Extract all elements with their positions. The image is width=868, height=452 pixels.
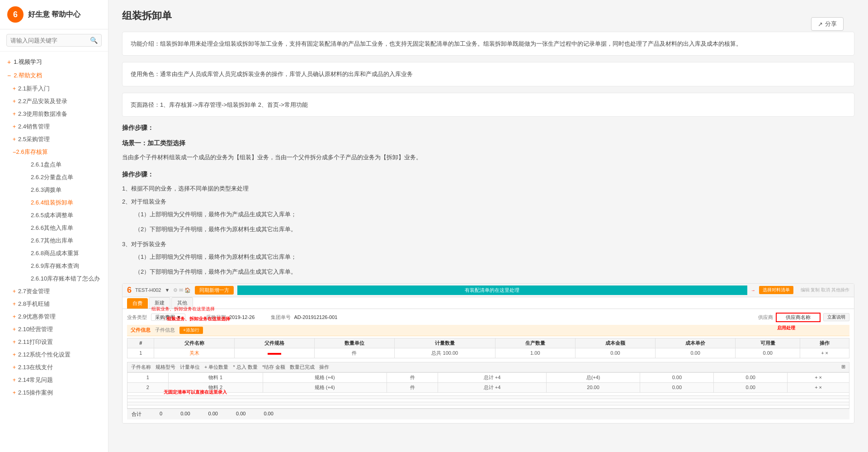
sidebar-item-mobile[interactable]: + 2.8手机旺辅 — [13, 298, 108, 310]
sidebar-item-video[interactable]: + 1.视频学习 — [0, 55, 108, 69]
sim-process-btn[interactable]: 选择对料清单 — [759, 286, 793, 294]
sidebar-item-cases[interactable]: + 2.15操作案例 — [13, 386, 108, 399]
td-empty4 — [127, 399, 849, 402]
sidebar-item-ops[interactable]: + 2.10经营管理 — [13, 323, 108, 336]
td-sub-name: 物料 1 — [168, 372, 263, 382]
sim-form-supplier: 供应商 供应商名称 立案说明 — [758, 313, 849, 322]
td-unit: 件 — [314, 348, 394, 358]
sidebar-item-finance[interactable]: + 2.7资金管理 — [13, 285, 108, 298]
th-cost-price: 成本单价 — [656, 338, 736, 348]
plus-icon: + — [13, 124, 16, 130]
note-label: 无固定清单可以直接在这里录入 — [164, 389, 227, 395]
td-empty3 — [127, 395, 849, 399]
sidebar-item-payment[interactable]: + 2.13在线支付 — [13, 361, 108, 374]
sidebar-section-label: 1.视频学习 — [14, 58, 101, 66]
sidebar-item-coupon[interactable]: + 2.9优惠券管理 — [13, 310, 108, 323]
sim-footer-label: 合计 — [132, 411, 142, 418]
sim-orange-btn[interactable]: 同期新增一方 — [195, 286, 234, 295]
plus-icon: + — [13, 288, 16, 295]
th-prod-qty: 生产数量 — [495, 338, 575, 348]
td-sub-spec: 规格 (+4) — [263, 372, 387, 382]
sim-expand-icon[interactable]: ⊞ — [841, 364, 845, 371]
plus-icon: + — [13, 377, 16, 383]
path-block: 页面路径：1、库存核算->库存管理->组装拆卸单 2、首页->常用功能 — [122, 93, 854, 117]
nav-tree: + 1.视频学习 − 2.帮助文档 + 2.1新手入门 + 2.2产品安装及登录… — [0, 52, 108, 452]
sidebar-item-purchase[interactable]: + 2.5采购管理 — [13, 133, 108, 146]
sidebar-item-2-6-3[interactable]: 2.6.3调拨单 — [31, 184, 108, 196]
th-parent-spec: 父件规格 — [234, 338, 314, 348]
sim-supplier-input[interactable]: 供应商名称 — [776, 313, 821, 322]
plus-icon: + — [13, 98, 16, 105]
th-measure-qty: 计量数量 — [394, 338, 495, 348]
plus-icon: + — [13, 111, 16, 117]
sim-add-row-btn[interactable]: +添加行 — [179, 327, 203, 334]
step1: 1、根据不同的业务，选择不同单据的类型来处理 — [122, 183, 854, 195]
td-sub-finish: 0.00 — [714, 372, 788, 382]
table-row: 无固定清单可以直接在这里录入 — [127, 392, 849, 395]
sim-assembly-label: 组装业务、拆卸业务在这里选择 — [151, 306, 215, 312]
sim-tab-active[interactable]: 自费 — [127, 298, 148, 309]
step3-2: （2）下部明细为子件明细，最终作为产成品生成其它入库单。 — [122, 266, 854, 278]
step2: 2、对于组装业务 — [122, 196, 854, 208]
td-sub-total: 总(+4) — [546, 372, 640, 382]
sidebar-item-data-prep[interactable]: + 2.3使用前数据准备 — [13, 108, 108, 120]
td-sub-action[interactable]: + × — [788, 372, 849, 382]
sim-dropdown-icon: ▼ — [165, 287, 170, 293]
sim-confirm-btn[interactable]: 立案说明 — [823, 313, 849, 321]
sidebar-item-2-6-8[interactable]: 2.6.8商品成本重算 — [31, 247, 108, 260]
td-sub-amt2: 0.00 — [640, 382, 714, 392]
sim-table: # 父件名称 父件规格 数量单位 计量数量 生产数量 成本金额 成本单价 可用量… — [127, 338, 849, 358]
sidebar-item-2-6-2[interactable]: 2.6.2分量盘点单 — [31, 171, 108, 184]
sidebar-item-2-6-6[interactable]: 2.6.6其他入库单 — [31, 222, 108, 234]
td-spec — [234, 348, 314, 358]
table-header-row: # 父件名称 父件规格 数量单位 计量数量 生产数量 成本金额 成本单价 可用量… — [127, 338, 849, 348]
sim-teal-banner: 有装配清单的在这里处理 — [237, 285, 747, 295]
td-action[interactable]: + × — [800, 348, 849, 358]
role-text: 使用角色：通常由生产人员或库管人员完成拆装业务的操作，库管人员确认原材料的出库和… — [131, 71, 413, 77]
plus-icon: + — [13, 314, 16, 320]
sidebar-item-2-6-4[interactable]: 2.6.4组装拆卸单 — [31, 196, 108, 209]
sidebar-item-sales[interactable]: + 2.4销售管理 — [13, 120, 108, 133]
sidebar-section-label: 2.帮助文档 — [14, 71, 101, 80]
sidebar-item-print[interactable]: + 2.11打印设置 — [13, 336, 108, 348]
sidebar-item-faq[interactable]: + 2.14常见问题 — [13, 374, 108, 386]
sim-code: TEST-H002 — [135, 287, 161, 293]
search-wrap[interactable]: 🔍 — [6, 34, 102, 47]
td-sub-action2[interactable]: + × — [788, 382, 849, 392]
sim-sub-label4: + 单位数量 — [204, 364, 228, 371]
page-title: 组装拆卸单 — [122, 9, 172, 23]
sidebar-item-inventory[interactable]: − 2.6库存核算 — [13, 146, 108, 158]
share-button[interactable]: ↗ 分享 — [811, 17, 844, 31]
th-cost-amt: 成本金额 — [575, 338, 655, 348]
td-sub-2: 2 — [127, 382, 169, 392]
sim-screen: 6 TEST-H002 ▼ ⚙ ✉ 🏠 同期新增一方 有装配清单的在这里处理 →… — [123, 284, 854, 423]
sidebar-item-2-6-1[interactable]: 2.6.1盘点单 — [31, 158, 108, 171]
search-input[interactable] — [10, 37, 90, 44]
minus-icon: − — [7, 72, 11, 79]
table-row: 2 物料 2 规格 (+4) 件 总计 +4 20.00 0.00 0.00 +… — [127, 382, 849, 392]
search-bar: 🔍 — [0, 29, 108, 52]
sidebar-item-newbie[interactable]: + 2.1新手入门 — [13, 82, 108, 95]
td-spec-input[interactable] — [268, 353, 281, 355]
sim-sub-label5: * 总入 数量 — [233, 364, 257, 371]
search-icon[interactable]: 🔍 — [90, 37, 98, 44]
sidebar-item-install[interactable]: + 2.2产品安装及登录 — [13, 95, 108, 108]
sim-footer-v2: 0.00 — [180, 411, 190, 418]
path-text: 页面路径：1、库存核算->库存管理->组装拆卸单 2、首页->常用功能 — [131, 101, 308, 108]
table-row: 1 物料 1 规格 (+4) 件 总计 +4 总(+4) 0.00 0.00 +… — [127, 372, 849, 382]
td-sub-total2: 20.00 — [546, 382, 640, 392]
td-measure: 总共 100.00 — [394, 348, 495, 358]
sidebar-item-system[interactable]: + 2.12系统个性化设置 — [13, 348, 108, 361]
sidebar-item-docs[interactable]: − 2.帮助文档 — [0, 69, 108, 82]
sidebar-item-2-6-9[interactable]: 2.6.9库存账本查询 — [31, 260, 108, 272]
step2-2: （2）下部明细为子件明细，最终作为原材料生成其它出库单。 — [122, 224, 854, 235]
td-empty6 — [127, 405, 849, 408]
sidebar-item-2-6-5[interactable]: 2.6.5成本调整单 — [31, 209, 108, 222]
sidebar-item-2-6-7[interactable]: 2.6.7其他出库单 — [31, 234, 108, 247]
td-empty: 无固定清单可以直接在这里录入 — [127, 392, 849, 395]
sim-right-icons: 编辑 复制 取消 其他操作 — [801, 287, 849, 293]
logo-bar: 6 好生意 帮助中心 — [0, 0, 108, 29]
sidebar-item-2-6-10[interactable]: 2.6.10库存账本错了怎么办 — [31, 272, 108, 285]
td-1: 1 — [127, 348, 154, 358]
plus-icon: + — [13, 339, 16, 345]
